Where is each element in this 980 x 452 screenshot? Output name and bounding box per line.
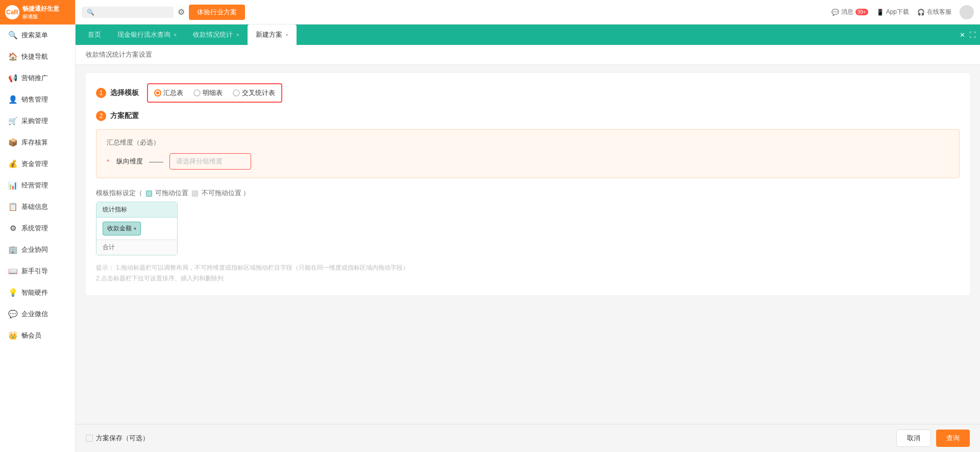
tab-new-plan-close[interactable]: ×	[285, 32, 288, 38]
topbar-right: 💬 消息 99+ 📱 App下载 🎧 在线客服	[831, 5, 974, 19]
radio-detail[interactable]: 明细表	[193, 88, 223, 98]
gear-icon: ⚙	[8, 224, 17, 233]
sidebar-item-basic-info[interactable]: 📋 基础信息	[0, 196, 75, 218]
sidebar-item-label: 系统管理	[21, 224, 48, 233]
radio-detail-circle	[193, 89, 201, 97]
metrics-row-total: 合计	[96, 240, 177, 255]
logo-text: 畅捷通好生意	[22, 5, 59, 13]
sidebar-item-guide[interactable]: 📖 新手引导	[0, 260, 75, 282]
user-icon: 👤	[8, 95, 17, 104]
sidebar-item-label: 搜索菜单	[21, 31, 48, 40]
content-area: 收款情况统计方案设置 1 选择模板 汇总表	[76, 45, 980, 452]
sidebar-item-label: 销售管理	[21, 95, 48, 104]
sidebar-item-finance[interactable]: 💰 资金管理	[0, 153, 75, 175]
dimension-select[interactable]: 请选择分组维度	[169, 153, 251, 170]
sidebar-item-enterprise[interactable]: 🏢 企业协同	[0, 239, 75, 260]
download-icon: 📱	[876, 9, 884, 16]
sidebar-item-label: 营销推广	[21, 74, 48, 83]
metrics-title-suffix: ）	[243, 189, 250, 197]
trial-button[interactable]: 体验行业方案	[189, 5, 245, 20]
step2-row: 2 方案配置	[96, 111, 960, 121]
window-minimize-icon[interactable]: ✕	[960, 31, 965, 39]
tips-section: 提示： 1.拖动标题栏可以调整布局，不可跨维度或指标区域拖动栏目字段（只能在同一…	[96, 264, 960, 283]
chevron-down-icon: ▾	[134, 226, 136, 231]
megaphone-icon: 📢	[8, 74, 17, 83]
metrics-area: 模板指标设定（ 可拖动位置 不可拖动位置 ） 统计指标 收款金额 ▾	[96, 188, 960, 255]
sidebar-item-purchase[interactable]: 🛒 采购管理	[0, 110, 75, 132]
app-download-button[interactable]: 📱 App下载	[876, 8, 909, 16]
sidebar-item-wechat[interactable]: 💬 企业微信	[0, 303, 75, 325]
arrow-right-icon: ——	[149, 157, 163, 165]
save-label: 方案保存（可选）	[96, 434, 149, 443]
save-option[interactable]: 方案保存（可选）	[86, 434, 149, 443]
save-checkbox[interactable]	[86, 435, 93, 442]
tab-collection-stats[interactable]: 收款情况统计 ×	[185, 25, 247, 45]
page-title: 收款情况统计方案设置	[86, 51, 152, 58]
legend-non-draggable-dot	[192, 191, 198, 197]
vertical-dim-label: 纵向维度	[116, 157, 143, 166]
crown-icon: 👑	[8, 331, 17, 340]
sidebar-item-marketing[interactable]: 📢 营销推广	[0, 67, 75, 89]
page-body: 1 选择模板 汇总表 明细表	[76, 65, 980, 424]
sidebar-item-search[interactable]: 🔍 搜索菜单	[0, 25, 75, 46]
tag-label: 收款金额	[107, 224, 132, 233]
clipboard-icon: 📋	[8, 202, 17, 211]
radio-summary-circle	[154, 89, 161, 97]
user-avatar[interactable]	[960, 5, 974, 19]
radio-cross[interactable]: 交叉统计表	[233, 88, 275, 98]
radio-cross-circle	[233, 89, 240, 97]
message-button[interactable]: 💬 消息 99+	[831, 8, 868, 16]
sidebar-item-management[interactable]: 📊 经营管理	[0, 175, 75, 196]
service-label: 在线客服	[927, 8, 951, 16]
sidebar-item-hardware[interactable]: 💡 智能硬件	[0, 282, 75, 303]
hardware-icon: 💡	[8, 288, 17, 297]
sidebar-item-label: 企业微信	[21, 310, 48, 319]
sidebar-item-member[interactable]: 👑 畅会员	[0, 325, 75, 346]
sidebar-item-label: 快捷导航	[21, 52, 48, 61]
legend-draggable-dot	[146, 191, 152, 197]
tab-bank-flow-close[interactable]: ×	[174, 32, 177, 38]
search-icon: 🔍	[8, 31, 17, 40]
logo-icon: CaR	[5, 5, 19, 19]
page-title-bar: 收款情况统计方案设置	[76, 45, 980, 65]
legend-draggable-label: 可拖动位置	[155, 189, 188, 197]
bottom-bar: 方案保存（可选） 取消 查询	[76, 424, 980, 452]
message-icon: 💬	[831, 9, 839, 16]
cancel-button[interactable]: 取消	[896, 430, 931, 447]
sidebar-item-label: 采购管理	[21, 116, 48, 126]
window-maximize-icon[interactable]: ⛶	[969, 31, 976, 39]
search-icon: 🔍	[87, 9, 94, 16]
service-button[interactable]: 🎧 在线客服	[917, 8, 951, 16]
settings-icon[interactable]: ⚙	[178, 7, 185, 17]
metrics-tags-row: 收款金额 ▾	[96, 218, 177, 240]
sidebar-item-label: 基础信息	[21, 202, 48, 211]
sidebar-item-system[interactable]: ⚙ 系统管理	[0, 218, 75, 239]
sidebar-item-label: 新手引导	[21, 267, 48, 276]
tip-line-2: 2.点击标题栏下拉可设置排序、插入列和删除列	[96, 274, 960, 283]
radio-summary-label: 汇总表	[163, 88, 183, 98]
dimension-select-placeholder: 请选择分组维度	[176, 157, 223, 165]
tip-line-1: 提示： 1.拖动标题栏可以调整布局，不可跨维度或指标区域拖动栏目字段（只能在同一…	[96, 264, 960, 272]
step1-label: 选择模板	[110, 88, 139, 98]
main-area: 🔍 ⚙ 体验行业方案 💬 消息 99+ 📱 App下载 🎧 在线客服	[76, 0, 980, 452]
tab-bank-flow[interactable]: 现金银行流水查询 ×	[109, 25, 185, 45]
tabbar-actions: ✕ ⛶	[960, 31, 976, 39]
radio-summary[interactable]: 汇总表	[154, 88, 183, 98]
sidebar-item-inventory[interactable]: 📦 库存核算	[0, 132, 75, 153]
step1-row: 1 选择模板 汇总表 明细表	[96, 83, 960, 103]
query-button[interactable]: 查询	[936, 430, 970, 447]
radio-detail-label: 明细表	[203, 88, 223, 98]
tab-home[interactable]: 首页	[80, 25, 109, 45]
tab-collection-stats-close[interactable]: ×	[236, 32, 239, 38]
topbar-search[interactable]: 🔍	[82, 7, 174, 18]
sidebar-item-nav[interactable]: 🏠 快捷导航	[0, 46, 75, 67]
tab-collection-stats-label: 收款情况统计	[193, 30, 233, 39]
section-card: 1 选择模板 汇总表 明细表	[86, 73, 970, 295]
sidebar-item-sales[interactable]: 👤 销售管理	[0, 89, 75, 110]
radio-cross-label: 交叉统计表	[242, 88, 275, 98]
metrics-tag-payment[interactable]: 收款金额 ▾	[103, 222, 141, 235]
step2-badge: 2	[96, 111, 106, 121]
tab-new-plan[interactable]: 新建方案 ×	[248, 25, 297, 45]
chart-icon: 📊	[8, 181, 17, 190]
sidebar-item-label: 库存核算	[21, 138, 48, 147]
